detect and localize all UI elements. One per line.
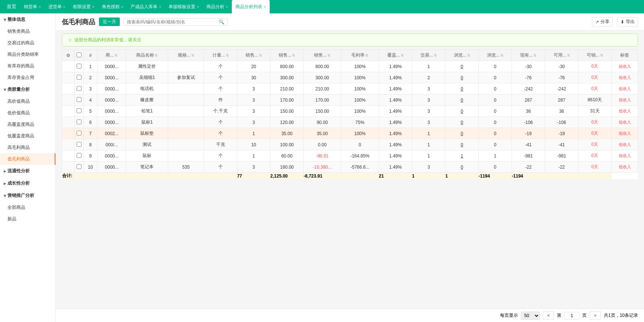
- sidebar-item-high-value[interactable]: 高价值商品: [0, 96, 55, 107]
- row-checkbox-6[interactable]: [77, 131, 81, 136]
- prev-page-button[interactable]: ＜: [543, 311, 554, 320]
- col-name[interactable]: 商品名称⇅: [126, 50, 168, 61]
- sidebar-item-low-margin[interactable]: 低毛利商品: [0, 153, 55, 165]
- page-number-input[interactable]: [564, 312, 579, 319]
- per-page-label: 每页显示: [500, 312, 518, 319]
- sidebar-group-overall[interactable]: ▾ 整体信息: [0, 13, 55, 26]
- sidebar-group-circulation[interactable]: ▸ 流通性分析: [0, 165, 55, 177]
- row-sales-amount: 120.00: [270, 117, 304, 128]
- export-button[interactable]: ⬇ 导出: [617, 17, 638, 26]
- row-gross-margin: 75%: [341, 117, 379, 128]
- row-checkbox-4[interactable]: [77, 108, 81, 113]
- close-sales-icon[interactable]: ×: [39, 5, 41, 9]
- close-products-icon[interactable]: ×: [159, 5, 161, 9]
- next-page-button[interactable]: ＞: [590, 311, 601, 320]
- col-views2[interactable]: 浏览...⇅: [478, 50, 512, 61]
- table-row: 3 0000... 电话机 个 3 210.00 210.00 100% 1.4…: [62, 83, 638, 95]
- col-settings[interactable]: ⚙: [62, 50, 75, 61]
- nav-products[interactable]: 产成品入库单 ×: [127, 0, 165, 13]
- sidebar-item-high-coverage[interactable]: 高覆盖度商品: [0, 119, 55, 130]
- close-roles-icon[interactable]: ×: [121, 5, 124, 9]
- col-unit[interactable]: 计量...⇅: [204, 50, 237, 61]
- sidebar-group-cluster[interactable]: ▾ 类群量分析: [0, 83, 55, 96]
- table-row: 8 000/... 测试 千克 10 100.00 0.00 0 1.49% 1…: [62, 139, 638, 150]
- row-current-stock: -106: [512, 117, 545, 128]
- row-unit: 个: [204, 117, 237, 128]
- sidebar-item-low-value[interactable]: 低价值商品: [0, 107, 55, 119]
- date-filter-button[interactable]: 近一月: [99, 17, 120, 26]
- row-settings-cell: [62, 117, 75, 128]
- nav-sales[interactable]: 销货单 ×: [20, 0, 45, 13]
- nav-roles[interactable]: 角色授权 ×: [98, 0, 127, 13]
- close-analysis-icon[interactable]: ×: [226, 5, 228, 9]
- sidebar-item-traded-products[interactable]: 交易过的商品: [0, 37, 55, 49]
- col-sales-qty[interactable]: 销售...⇅: [237, 50, 270, 61]
- col-code[interactable]: 商...⇅: [97, 50, 126, 61]
- col-current-stock[interactable]: 现有...⇅: [512, 50, 545, 61]
- col-coverage[interactable]: 覆盖...⇅: [379, 50, 412, 61]
- select-all-checkbox[interactable]: [77, 52, 81, 57]
- col-views1[interactable]: 浏览...⇅: [445, 50, 478, 61]
- sidebar-item-high-margin[interactable]: 高毛利商品: [0, 142, 55, 153]
- share-button[interactable]: ↗ 分享: [592, 17, 613, 26]
- nav-purchase[interactable]: 进货单 ×: [45, 0, 69, 13]
- row-checkbox-1[interactable]: [77, 75, 81, 80]
- nav-analysis[interactable]: 商品分析 ×: [203, 0, 232, 13]
- close-permissions-icon[interactable]: ×: [92, 5, 94, 9]
- row-name: 电话机: [126, 83, 168, 95]
- sidebar-item-in-stock[interactable]: 有库存的商品: [0, 60, 55, 72]
- row-checkbox-2[interactable]: [77, 86, 81, 91]
- row-tag: 低收入: [612, 72, 638, 83]
- row-checkbox-7[interactable]: [77, 142, 81, 147]
- nav-analysis-list[interactable]: 商品分析列表 ×: [232, 0, 270, 13]
- row-unit: 个: [204, 83, 237, 95]
- col-gross-margin[interactable]: 毛利率⇅: [341, 50, 379, 61]
- close-purchase-icon[interactable]: ×: [63, 5, 65, 9]
- row-unit: 个,千克: [204, 106, 237, 117]
- col-saleable[interactable]: 可销...⇅: [578, 50, 611, 61]
- per-page-select[interactable]: 50 100: [521, 312, 540, 320]
- nav-permissions[interactable]: 权限设置 ×: [69, 0, 98, 13]
- row-transactions: 3: [412, 117, 445, 128]
- row-checkbox-9[interactable]: [77, 164, 81, 169]
- row-checkbox-cell: [74, 128, 83, 139]
- row-num: 7: [83, 128, 97, 139]
- close-analysis-list-icon[interactable]: ×: [264, 5, 266, 9]
- row-num: 2: [83, 72, 97, 83]
- sidebar-item-sales-products[interactable]: 销售类商品: [0, 26, 55, 37]
- col-spec[interactable]: 规格...⇅: [168, 50, 204, 61]
- row-current-stock: 287: [512, 95, 545, 106]
- sidebar-item-category-rate[interactable]: 商品分类助销率: [0, 49, 55, 60]
- row-sales-profit: 800.00: [304, 61, 341, 72]
- row-current-stock: -41: [512, 139, 545, 150]
- row-name: 测试: [126, 139, 168, 150]
- row-checkbox-5[interactable]: [77, 119, 81, 124]
- row-sales-profit: -10,380...: [304, 162, 341, 173]
- sidebar-item-inventory-capital[interactable]: 库存资金占用: [0, 72, 55, 83]
- row-checkbox-3[interactable]: [77, 97, 81, 102]
- row-sales-qty: 1: [237, 128, 270, 139]
- row-saleable: 31天: [578, 106, 611, 117]
- sidebar-item-low-coverage[interactable]: 低覆盖度商品: [0, 130, 55, 142]
- summary-views2: 1: [445, 173, 478, 179]
- sidebar-group-marketing[interactable]: ▾ 营销推广分析: [0, 189, 55, 202]
- close-templates-icon[interactable]: ×: [197, 5, 199, 9]
- row-sales-qty: 30: [237, 72, 270, 83]
- row-checkbox-0[interactable]: [77, 64, 81, 68]
- sidebar-group-growth[interactable]: ▸ 成长性分析: [0, 177, 55, 189]
- row-checkbox-8[interactable]: [77, 153, 81, 158]
- summary-sales-profit: -8,723.91: [304, 173, 341, 179]
- nav-templates[interactable]: 单据模板设置 ×: [165, 0, 203, 13]
- col-sales-amount[interactable]: 销售...⇅: [270, 50, 304, 61]
- sidebar-item-all-products[interactable]: 全部商品: [0, 202, 55, 213]
- row-sales-profit: -98.91: [304, 150, 341, 162]
- col-transactions[interactable]: 交易...⇅: [412, 50, 445, 61]
- col-available[interactable]: 可用...⇅: [545, 50, 578, 61]
- row-unit: 个: [204, 72, 237, 83]
- row-sales-profit: 300.00: [304, 72, 341, 83]
- search-input[interactable]: [127, 19, 219, 25]
- sidebar-item-new-products[interactable]: 新品: [0, 213, 55, 225]
- col-sales-profit[interactable]: 销售...⇅: [304, 50, 341, 61]
- table-row: 1 0000... 属性定价 个 20 800.00 800.00 100% 1…: [62, 61, 638, 72]
- nav-home[interactable]: 首页: [3, 0, 20, 13]
